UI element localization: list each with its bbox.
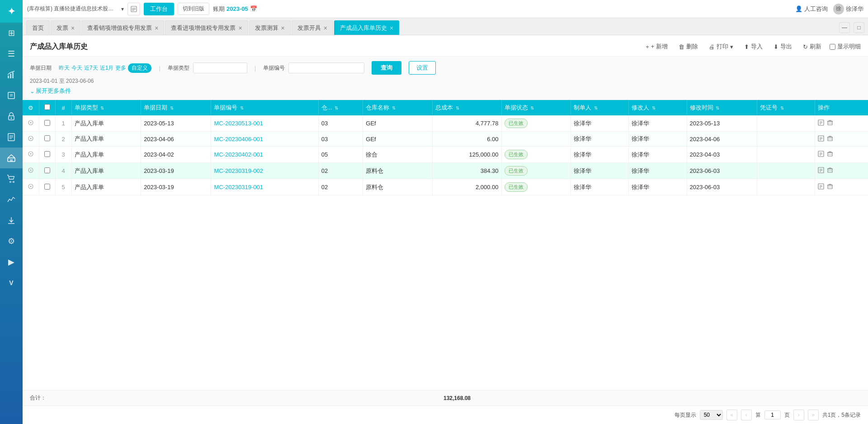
row-number[interactable]: MC-20230402-001	[211, 147, 318, 163]
row-checkbox[interactable]	[44, 167, 50, 173]
show-detail-checkbox[interactable]	[830, 44, 835, 50]
query-btn[interactable]: 查询	[372, 61, 401, 75]
tab-invoice-calc[interactable]: 发票测算 ×	[249, 20, 291, 35]
col-date[interactable]: 单据日期 ⇅	[141, 100, 211, 115]
row-checkbox-cell[interactable]	[39, 179, 55, 195]
workbench-btn[interactable]: 工作台	[144, 3, 174, 15]
row-checkbox-cell[interactable]	[39, 132, 55, 147]
row-checkbox-cell[interactable]	[39, 163, 55, 179]
sidebar-item-settings[interactable]: ⚙	[0, 231, 23, 252]
col-voucher-no[interactable]: 凭证号 ⇅	[757, 100, 815, 115]
import-btn[interactable]: ⬆ 导入	[741, 41, 765, 52]
export-btn[interactable]: ⬇ 导出	[771, 41, 795, 52]
tab-invoice-open-close[interactable]: ×	[324, 25, 327, 31]
refresh-btn[interactable]: ↻ 刷新	[800, 41, 824, 52]
row-edit-icon[interactable]	[818, 135, 824, 143]
col-modifier[interactable]: 修改人 ⇅	[629, 100, 687, 115]
row-number[interactable]: MC-20230513-001	[211, 115, 318, 132]
sidebar-item-version[interactable]: V	[0, 272, 23, 293]
sidebar-item-video[interactable]: ▶	[0, 252, 23, 272]
support-btn[interactable]: 👤 人工咨询	[795, 5, 828, 13]
col-creator[interactable]: 制单人 ⇅	[571, 100, 629, 115]
row-checkbox[interactable]	[44, 151, 50, 157]
row-settings-icon[interactable]	[23, 179, 39, 195]
sidebar-item-docs[interactable]	[0, 127, 23, 148]
tab-check-purchase-vat[interactable]: 查看进项增值税专用发票 ×	[165, 20, 248, 35]
expand-btn[interactable]: ⌄ 展开更多条件	[30, 87, 861, 95]
page-size-select[interactable]: 50 100 200	[700, 410, 723, 420]
row-number[interactable]: MC-20230319-001	[211, 179, 318, 195]
tab-product-history-close[interactable]: ×	[390, 25, 393, 31]
row-settings-icon[interactable]	[23, 147, 39, 163]
col-number[interactable]: 单据编号 ⇅	[211, 100, 318, 115]
shortcut-more[interactable]: 更多	[115, 64, 126, 72]
col-total-cost[interactable]: 总成本 ⇅	[432, 100, 501, 115]
switch-btn[interactable]: 切到旧版	[178, 3, 209, 15]
sidebar-item-download[interactable]	[0, 210, 23, 231]
col-warehouse-name[interactable]: 仓库名称 ⇅	[363, 100, 433, 115]
col-type[interactable]: 单据类型 ⇅	[71, 100, 141, 115]
setting-btn[interactable]: 设置	[409, 61, 436, 75]
tab-check-purchase-close[interactable]: ×	[238, 25, 242, 31]
sidebar-item-tax[interactable]	[0, 85, 23, 106]
tab-invoice-calc-close[interactable]: ×	[281, 25, 285, 31]
tab-check-sales-close[interactable]: ×	[155, 25, 158, 31]
shortcut-yesterday[interactable]: 昨天	[59, 64, 70, 72]
new-btn[interactable]: + + 新增	[643, 41, 670, 52]
shortcut-1month[interactable]: 近1月	[100, 64, 114, 72]
select-all-checkbox[interactable]	[44, 104, 50, 110]
row-number-link[interactable]: MC-20230319-001	[214, 184, 263, 191]
tab-invoice-open[interactable]: 发票开具 ×	[292, 20, 333, 35]
tab-invoice[interactable]: 发票 ×	[51, 20, 80, 35]
app-dropdown-btn[interactable]: ▾	[121, 6, 124, 12]
calendar-icon[interactable]: 📅	[250, 5, 257, 12]
tab-invoice-close[interactable]: ×	[71, 25, 75, 31]
topbar-doc-icon-btn[interactable]	[127, 3, 140, 15]
maximize-btn[interactable]: □	[854, 22, 864, 33]
row-delete-icon[interactable]	[827, 167, 833, 175]
row-checkbox-cell[interactable]	[39, 115, 55, 132]
show-detail-checkbox-label[interactable]: 显示明细	[830, 43, 861, 51]
first-page-btn[interactable]: «	[726, 410, 737, 420]
tab-product-history[interactable]: 产成品入库单历史 ×	[334, 20, 399, 35]
shortcut-custom[interactable]: 自定义	[128, 63, 151, 73]
row-delete-icon[interactable]	[827, 119, 833, 127]
row-checkbox-cell[interactable]	[39, 147, 55, 163]
row-settings-icon[interactable]	[23, 115, 39, 132]
row-delete-icon[interactable]	[827, 151, 833, 158]
number-filter-input[interactable]	[288, 62, 364, 73]
prev-page-btn[interactable]: ‹	[741, 410, 752, 420]
tab-home[interactable]: 首页	[26, 20, 50, 35]
row-edit-icon[interactable]	[818, 183, 824, 191]
row-number-link[interactable]: MC-20230319-002	[214, 167, 263, 174]
delete-btn[interactable]: 🗑 删除	[676, 41, 701, 52]
sidebar-item-purchase[interactable]	[0, 168, 23, 189]
row-delete-icon[interactable]	[827, 183, 833, 191]
row-number[interactable]: MC-20230319-002	[211, 163, 318, 179]
row-settings-icon[interactable]	[23, 132, 39, 147]
row-settings-icon[interactable]	[23, 163, 39, 179]
sidebar-item-inventory[interactable]	[0, 148, 23, 168]
col-modify-time[interactable]: 修改时间 ⇅	[687, 100, 757, 115]
row-number-link[interactable]: MC-20230513-001	[214, 120, 263, 127]
row-edit-icon[interactable]	[818, 119, 824, 127]
col-warehouse-code[interactable]: 仓... ⇅	[318, 100, 363, 115]
row-number-link[interactable]: MC-20230402-001	[214, 151, 263, 158]
col-status[interactable]: 单据状态 ⇅	[501, 100, 571, 115]
print-btn[interactable]: 🖨 打印 ▾	[706, 41, 736, 52]
last-page-btn[interactable]: »	[808, 410, 819, 420]
row-number[interactable]: MC-20230406-001	[211, 132, 318, 147]
shortcut-7days[interactable]: 近7天	[84, 64, 98, 72]
type-filter-select[interactable]	[193, 62, 247, 73]
row-checkbox[interactable]	[44, 120, 50, 126]
sidebar-item-analytics[interactable]	[0, 64, 23, 85]
minimize-btn[interactable]: —	[839, 22, 850, 33]
sidebar-item-org[interactable]: ☰	[0, 43, 23, 64]
tab-check-sales-vat[interactable]: 查看销项增值税专用发票 ×	[81, 20, 164, 35]
row-edit-icon[interactable]	[818, 151, 824, 158]
row-checkbox[interactable]	[44, 135, 50, 141]
sidebar-item-home[interactable]: ⊞	[0, 23, 23, 43]
page-input[interactable]	[764, 410, 781, 419]
sidebar-item-lock[interactable]	[0, 106, 23, 127]
sidebar-item-report[interactable]	[0, 189, 23, 210]
